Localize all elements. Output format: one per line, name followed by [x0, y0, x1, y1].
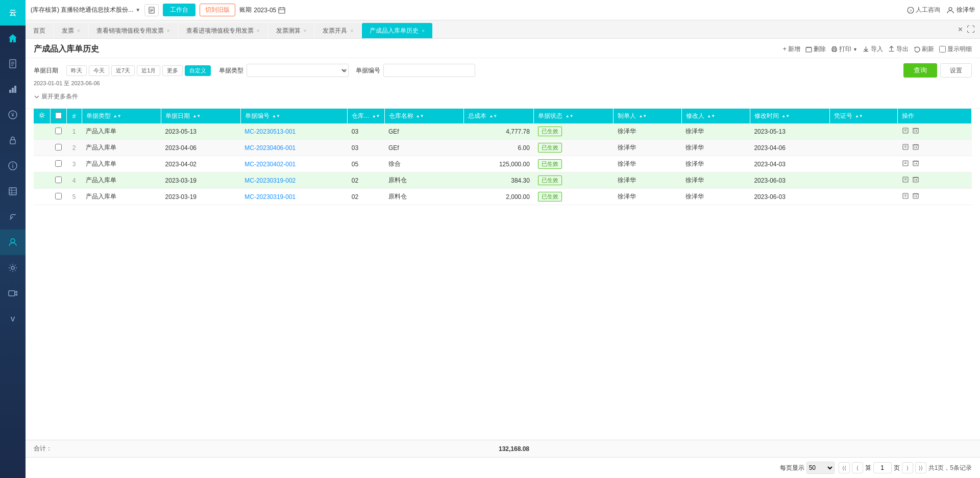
- col-number-sort[interactable]: ▲▼: [272, 114, 280, 118]
- tab-history[interactable]: 产成品入库单历史 ×: [362, 23, 432, 38]
- row-checkbox-4[interactable]: [50, 189, 66, 205]
- col-cost-sort[interactable]: ▲▼: [489, 114, 497, 118]
- sidebar-item-finance[interactable]: ¥: [0, 102, 26, 128]
- select-all-checkbox[interactable]: [55, 112, 62, 119]
- col-mtime-header[interactable]: 修改时间 ▲▼: [750, 109, 829, 123]
- expand-more-btn[interactable]: 展开更多条件: [34, 90, 972, 103]
- col-wname-header[interactable]: 仓库名称 ▲▼: [384, 109, 464, 123]
- col-type-sort[interactable]: ▲▼: [113, 114, 121, 118]
- tab-open[interactable]: 发票开具 ×: [315, 23, 361, 38]
- tab-check-input[interactable]: 查看进项增值税专用发票 ×: [179, 23, 267, 38]
- display-col-toggle[interactable]: 显示明细: [939, 45, 972, 54]
- refresh-button[interactable]: 刷新: [914, 45, 934, 54]
- col-modifier-header[interactable]: 修改人 ▲▼: [681, 109, 750, 123]
- type-select[interactable]: [247, 64, 349, 77]
- col-wname-sort[interactable]: ▲▼: [416, 114, 424, 118]
- row-checkbox-1[interactable]: [50, 140, 66, 156]
- row-delete-icon-2[interactable]: [912, 160, 919, 168]
- date-7days[interactable]: 近7天: [111, 65, 135, 76]
- row-checkbox-3[interactable]: [50, 172, 66, 189]
- sidebar-item-tools[interactable]: [0, 204, 26, 230]
- col-voucher-sort[interactable]: ▲▼: [855, 114, 863, 118]
- col-wcode-header[interactable]: 仓库... ▲▼: [348, 109, 384, 123]
- col-status-sort[interactable]: ▲▼: [566, 114, 574, 118]
- col-creator-sort[interactable]: ▲▼: [639, 114, 647, 118]
- tab-check-sales[interactable]: 查看销项增值税专用发票 ×: [89, 23, 178, 38]
- row-delete-icon-1[interactable]: [912, 143, 919, 152]
- export-button[interactable]: 导出: [888, 45, 909, 54]
- row-edit-icon-0[interactable]: [902, 127, 909, 136]
- col-settings[interactable]: [34, 109, 50, 123]
- tab-calc-close[interactable]: ×: [304, 28, 307, 34]
- row-delete-icon-4[interactable]: [912, 192, 919, 201]
- row-number-2[interactable]: MC-20230402-001: [240, 156, 348, 172]
- row-delete-icon-0[interactable]: [912, 127, 919, 136]
- company-selector[interactable]: (库存核算) 直播轻绝通信息技术股份... ▼: [31, 6, 140, 14]
- row-number-1[interactable]: MC-20230406-001: [240, 140, 348, 156]
- tab-check-input-close[interactable]: ×: [257, 28, 260, 34]
- col-number-header[interactable]: 单据编号 ▲▼: [240, 109, 348, 123]
- sidebar-item-info[interactable]: [0, 153, 26, 179]
- row-checkbox-2[interactable]: [50, 156, 66, 172]
- help-button[interactable]: ? 人工咨询: [907, 6, 940, 14]
- number-input[interactable]: [383, 64, 475, 77]
- tab-check-sales-close[interactable]: ×: [167, 28, 170, 34]
- sidebar-item-person[interactable]: [0, 230, 26, 255]
- row-edit-icon-2[interactable]: [902, 160, 909, 168]
- print-button[interactable]: 打印 ▼: [831, 45, 857, 54]
- col-cost-header[interactable]: 总成本 ▲▼: [464, 109, 534, 123]
- close-all-tabs[interactable]: ×: [958, 25, 963, 34]
- tab-open-close[interactable]: ×: [350, 28, 353, 34]
- date-1month[interactable]: 近1月: [137, 65, 160, 76]
- col-type-header[interactable]: 单据类型 ▲▼: [82, 109, 161, 123]
- sidebar-item-settings[interactable]: [0, 255, 26, 281]
- last-page-btn[interactable]: ⟩⟩: [915, 462, 926, 473]
- sidebar-item-video[interactable]: [0, 281, 26, 306]
- col-date-header[interactable]: 单据日期 ▲▼: [161, 109, 241, 123]
- next-page-btn[interactable]: ⟩: [902, 462, 913, 473]
- delete-button[interactable]: 删除: [805, 45, 826, 54]
- row-number-0[interactable]: MC-20230513-001: [240, 123, 348, 140]
- col-status-header[interactable]: 单据状态 ▲▼: [534, 109, 614, 123]
- row-edit-icon-3[interactable]: [902, 176, 909, 185]
- user-info[interactable]: 徐泽华: [946, 6, 975, 14]
- display-col-checkbox[interactable]: [939, 46, 946, 53]
- col-checkbox-header[interactable]: [50, 109, 66, 123]
- col-date-sort[interactable]: ▲▼: [192, 114, 201, 118]
- per-page-select[interactable]: 50 100: [806, 462, 835, 474]
- sidebar-item-doc[interactable]: [0, 51, 26, 77]
- col-wcode-sort[interactable]: ▲▼: [372, 114, 380, 118]
- sidebar-item-home[interactable]: [0, 26, 26, 51]
- date-more[interactable]: 更多: [162, 65, 183, 76]
- date-yesterday[interactable]: 昨天: [66, 65, 87, 76]
- first-page-btn[interactable]: ⟨⟨: [839, 462, 850, 473]
- query-button[interactable]: 查询: [903, 63, 937, 78]
- sidebar-item-form[interactable]: [0, 179, 26, 204]
- set-button[interactable]: 设置: [940, 63, 972, 78]
- col-voucher-header[interactable]: 凭证号 ▲▼: [829, 109, 898, 123]
- doc-button[interactable]: [144, 4, 159, 16]
- prev-page-btn[interactable]: ⟨: [852, 462, 863, 473]
- col-modifier-sort[interactable]: ▲▼: [707, 114, 715, 118]
- sidebar-item-version[interactable]: V: [0, 306, 26, 332]
- date-custom[interactable]: 自定义: [185, 65, 211, 76]
- new-button[interactable]: + 新增: [783, 45, 800, 54]
- row-number-4[interactable]: MC-20230319-001: [240, 189, 348, 205]
- switch-period-button[interactable]: 切到旧版: [200, 4, 235, 16]
- expand-tabs[interactable]: ⛶: [967, 25, 975, 34]
- row-edit-icon-4[interactable]: [902, 192, 909, 201]
- col-creator-header[interactable]: 制单人 ▲▼: [614, 109, 682, 123]
- tab-calc[interactable]: 发票测算 ×: [268, 23, 314, 38]
- date-today[interactable]: 今天: [89, 65, 109, 76]
- workbench-button[interactable]: 工作台: [163, 4, 195, 16]
- tab-home[interactable]: 首页: [26, 23, 53, 38]
- tab-invoice-close[interactable]: ×: [77, 28, 80, 34]
- tab-invoice[interactable]: 发票 ×: [54, 23, 88, 38]
- tab-history-close[interactable]: ×: [422, 28, 425, 34]
- row-delete-icon-3[interactable]: [912, 176, 919, 185]
- period-selector[interactable]: 账期 2023-05: [239, 6, 285, 14]
- sidebar-item-chart[interactable]: [0, 77, 26, 102]
- col-mtime-sort[interactable]: ▲▼: [781, 114, 790, 118]
- row-number-3[interactable]: MC-20230319-002: [240, 172, 348, 189]
- row-checkbox-0[interactable]: [50, 123, 66, 140]
